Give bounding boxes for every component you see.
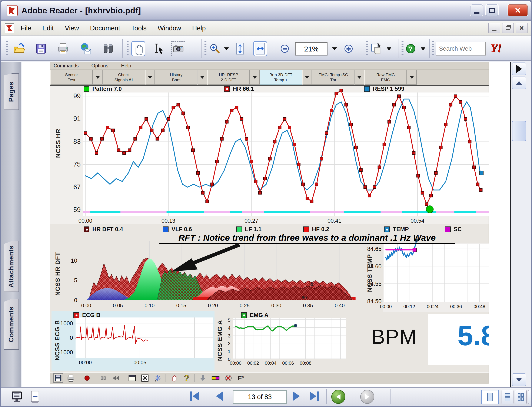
app-asterisk-icon[interactable]	[140, 373, 150, 383]
menu-tools[interactable]: Tools	[131, 24, 146, 32]
app-print-icon[interactable]	[66, 373, 76, 383]
maximize-button[interactable]	[485, 4, 499, 16]
pdf-document-icon	[5, 23, 14, 33]
scroll-thumb[interactable]	[512, 121, 526, 141]
toolbar: ? Y!	[1, 36, 531, 61]
help-dropdown[interactable]	[421, 47, 425, 50]
facing-view-button[interactable]	[528, 390, 532, 404]
doc-close-button[interactable]: ×	[516, 23, 528, 33]
title-bar[interactable]: Adobe Reader - [hxhrvbio.pdf] ×	[1, 1, 531, 21]
next-page-button[interactable]	[293, 391, 300, 401]
app-pointer-icon[interactable]	[169, 373, 179, 383]
scroll-up-button[interactable]	[512, 77, 526, 89]
page-number-input[interactable]	[233, 390, 287, 404]
web-search-input[interactable]	[436, 42, 486, 55]
app-pause-icon[interactable]	[98, 373, 108, 383]
open-button[interactable]	[12, 41, 26, 56]
app-download-icon[interactable]	[198, 373, 208, 383]
save-button[interactable]	[34, 41, 48, 56]
menu-window[interactable]: Window	[158, 24, 181, 32]
app-record-icon[interactable]	[82, 373, 92, 383]
toolbar-grip[interactable]	[6, 41, 8, 56]
app-button-7[interactable]: Raw EMGEMG	[364, 70, 407, 85]
app-button-7-dropdown[interactable]	[407, 70, 417, 85]
app-save-icon[interactable]	[53, 373, 63, 383]
previous-page-button[interactable]	[216, 391, 223, 401]
create-pdf-dropdown[interactable]	[387, 47, 391, 50]
save-floppy-icon	[35, 43, 47, 55]
page-size-button[interactable]	[10, 389, 25, 405]
toolbar-grip[interactable]	[402, 41, 404, 56]
app-menu-bar: CommandsOptionsHelp	[50, 62, 489, 70]
menu-file[interactable]: File	[21, 24, 31, 32]
app-button-3[interactable]: HistoryBars	[155, 70, 198, 85]
minimize-button[interactable]	[470, 4, 483, 16]
app-fahrenheit-icon[interactable]: F°	[236, 373, 246, 383]
previous-view-button[interactable]	[331, 390, 345, 404]
next-view-button[interactable]	[360, 390, 374, 404]
app-button-4[interactable]: HR+RESP2-D DFT	[207, 70, 250, 85]
doc-minimize-button[interactable]	[488, 23, 500, 33]
continuous-facing-view-button[interactable]	[515, 390, 527, 404]
yahoo-logo[interactable]: Y!	[491, 42, 501, 55]
zoom-level-input[interactable]	[295, 42, 327, 55]
app-help-icon[interactable]: ?	[182, 373, 191, 383]
app-menu-options[interactable]: Options	[92, 63, 108, 69]
app-snowflake-icon[interactable]	[153, 373, 163, 383]
binoculars-icon	[102, 42, 114, 55]
app-button-1-dropdown[interactable]	[93, 70, 103, 85]
toolbar-grip[interactable]	[366, 41, 368, 56]
previous-view-icon	[336, 394, 341, 399]
snapshot-button[interactable]	[171, 41, 185, 56]
sidebar-tab-pages[interactable]: Pages	[4, 73, 19, 110]
app-button-4-dropdown[interactable]	[250, 70, 260, 85]
app-menu-commands[interactable]: Commands	[54, 63, 79, 69]
app-window-icon[interactable]	[127, 373, 137, 383]
nav-pane-toggle-button[interactable]	[512, 63, 526, 75]
app-button-2-dropdown[interactable]	[145, 70, 155, 85]
app-button-6[interactable]: EMG+Temp+SCThr	[312, 70, 355, 85]
app-button-3-dropdown[interactable]	[198, 70, 207, 85]
toolbar-grip[interactable]	[127, 41, 128, 56]
app-button-6-dropdown[interactable]	[355, 70, 364, 85]
toolbar-grip[interactable]	[205, 41, 206, 56]
app-button-2[interactable]: CheckSignals #1	[103, 70, 145, 85]
pdf-page-content: CommandsOptionsHelp SensorTestCheckSigna…	[50, 62, 489, 384]
menu-help[interactable]: Help	[192, 24, 206, 32]
hand-tool-button[interactable]	[131, 41, 145, 56]
app-rewind-icon[interactable]	[111, 373, 121, 383]
single-page-view-button[interactable]	[481, 390, 499, 404]
doc-restore-button[interactable]	[502, 23, 514, 33]
page-layout-button[interactable]	[28, 390, 42, 404]
email-button[interactable]	[79, 41, 93, 56]
app-button-5-dropdown[interactable]	[302, 70, 312, 85]
fit-width-button[interactable]	[253, 41, 267, 56]
sidebar-tab-attachments[interactable]: Attachments	[4, 241, 19, 292]
close-button[interactable]: ×	[508, 4, 528, 16]
app-button-1[interactable]: SensorTest	[50, 70, 93, 85]
menu-view[interactable]: View	[65, 24, 79, 32]
zoom-level-dropdown[interactable]	[332, 47, 337, 50]
sidebar-tab-comments[interactable]: Comments	[4, 299, 19, 350]
menu-document[interactable]: Document	[90, 24, 120, 32]
print-button[interactable]	[56, 41, 70, 56]
select-text-button[interactable]	[151, 41, 165, 56]
app-colorbar-icon[interactable]	[211, 373, 221, 383]
app-menu-help[interactable]: Help	[121, 63, 131, 69]
zoom-tool-dropdown[interactable]	[224, 47, 229, 50]
zoom-in-button[interactable]	[341, 41, 356, 56]
app-button-5[interactable]: Brth 3D-DFTTemp +	[260, 70, 302, 85]
menu-edit[interactable]: Edit	[42, 24, 54, 32]
fit-height-button[interactable]	[233, 41, 247, 56]
toolbar-grip[interactable]	[432, 41, 434, 56]
create-pdf-button[interactable]	[369, 41, 383, 56]
continuous-view-button[interactable]	[501, 390, 514, 404]
help-button[interactable]: ?	[404, 41, 418, 56]
zoom-tool-button[interactable]	[208, 41, 222, 56]
search-button[interactable]	[101, 41, 115, 56]
last-page-button[interactable]	[310, 391, 319, 401]
scroll-down-button[interactable]	[512, 373, 526, 386]
first-page-button[interactable]	[190, 391, 199, 401]
zoom-out-button[interactable]	[278, 41, 292, 56]
app-compass-icon[interactable]	[223, 373, 233, 383]
